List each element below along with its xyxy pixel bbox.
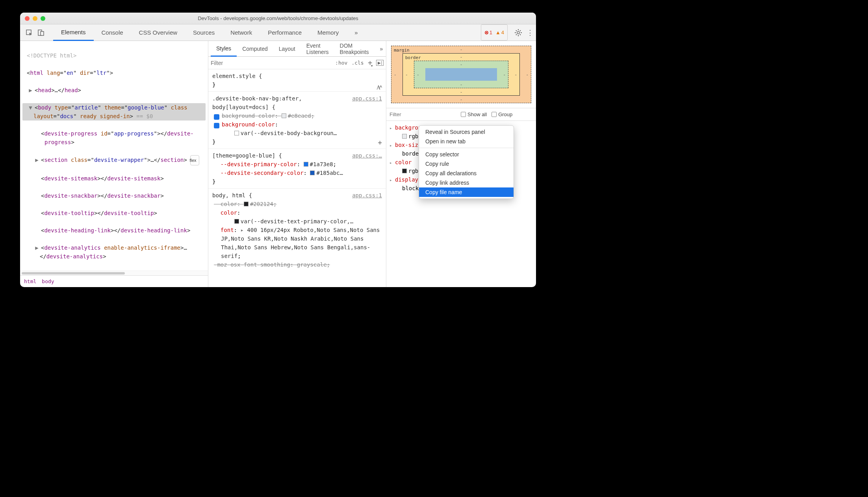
tab-network[interactable]: Network <box>223 24 260 41</box>
selected-node[interactable]: ▼<body type="article" theme="google-blue… <box>22 103 206 121</box>
subtab-layout[interactable]: Layout <box>273 41 301 56</box>
tab-elements[interactable]: Elements <box>53 24 94 41</box>
dom-tree[interactable]: <!DOCTYPE html> <html lang="en" dir="ltr… <box>20 41 208 271</box>
source-link[interactable]: app.css:1 <box>352 94 382 103</box>
group-checkbox[interactable]: Group <box>491 111 512 117</box>
context-menu: Reveal in Sources panel Open in new tab … <box>419 125 514 199</box>
error-count: 1 <box>490 30 492 35</box>
tabs-overflow[interactable]: » <box>347 24 365 41</box>
showall-checkbox[interactable]: Show all <box>461 111 487 117</box>
subtab-styles[interactable]: Styles <box>211 41 237 57</box>
box-model[interactable]: margin - - border - - - - - - <box>386 41 536 108</box>
crumb-body[interactable]: body <box>42 278 54 284</box>
expand-icon: ▶ <box>30 86 35 95</box>
warning-icon: ▲ <box>495 30 501 35</box>
subtab-dom-breakpoints[interactable]: DOM Breakpoints <box>334 41 375 56</box>
new-rule-icon[interactable]: +▾ <box>368 59 373 67</box>
ctx-copy-link-address[interactable]: Copy link address <box>419 178 514 187</box>
svg-line-10 <box>516 34 517 35</box>
source-link[interactable]: app.css:… <box>352 151 382 160</box>
hov-toggle[interactable]: :hov <box>335 60 347 66</box>
settings-icon[interactable] <box>512 24 524 41</box>
kebab-menu-icon[interactable]: ⋮ <box>524 24 536 41</box>
ctx-copy-file-name[interactable]: Copy file name <box>419 187 514 197</box>
svg-line-9 <box>520 34 521 35</box>
doctype: <!DOCTYPE html> <box>22 51 206 60</box>
styles-body[interactable]: element.style { } Aᴬ app.css:1 .devsite-… <box>208 69 386 287</box>
svg-line-11 <box>520 30 521 31</box>
font-editor-icon[interactable]: Aᴬ <box>377 83 381 92</box>
ctx-copy-selector[interactable]: Copy selector <box>419 150 514 159</box>
svg-rect-2 <box>41 32 44 35</box>
ctx-copy-declarations[interactable]: Copy all declarations <box>419 169 514 178</box>
insert-rule-icon[interactable]: + <box>378 138 382 147</box>
toggle-checkbox[interactable]: ✓ <box>214 114 219 120</box>
subtab-event-listeners[interactable]: Event Listeners <box>301 41 334 56</box>
source-link[interactable]: app.css:1 <box>352 191 382 200</box>
ctx-reveal-sources[interactable]: Reveal in Sources panel <box>419 127 514 137</box>
warning-count: 4 <box>501 30 504 35</box>
toggle-computed-icon[interactable]: ▶| <box>376 60 384 66</box>
error-warning-badges[interactable]: ⊗ 1 ▲ 4 <box>481 24 508 41</box>
flex-badge[interactable]: flex <box>190 155 199 165</box>
window-title: DevTools - developers.google.com/web/too… <box>20 15 536 21</box>
inspect-icon[interactable] <box>23 24 35 41</box>
rule-element-style[interactable]: element.style { <box>212 72 382 80</box>
svg-line-8 <box>516 30 517 31</box>
ctx-open-new-tab[interactable]: Open in new tab <box>419 137 514 146</box>
cls-toggle[interactable]: .cls <box>351 60 364 66</box>
tab-sources[interactable]: Sources <box>185 24 223 41</box>
menu-separator <box>419 148 514 148</box>
crumb-html[interactable]: html <box>24 278 36 284</box>
tab-css-overview[interactable]: CSS Overview <box>131 24 185 41</box>
styles-filter-input[interactable] <box>211 60 293 66</box>
horizontal-scrollbar[interactable] <box>20 271 208 275</box>
device-toggle-icon[interactable] <box>35 24 47 41</box>
error-icon: ⊗ <box>484 30 489 35</box>
tab-console[interactable]: Console <box>94 24 131 41</box>
ctx-copy-rule[interactable]: Copy rule <box>419 159 514 169</box>
tab-memory[interactable]: Memory <box>310 24 347 41</box>
svg-point-3 <box>517 32 519 34</box>
subtab-computed[interactable]: Computed <box>237 41 273 56</box>
breadcrumbs: html body <box>20 275 208 287</box>
titlebar: DevTools - developers.google.com/web/too… <box>20 13 536 24</box>
tab-performance[interactable]: Performance <box>260 24 310 41</box>
main-tabbar: Elements Console CSS Overview Sources Ne… <box>20 24 536 41</box>
toggle-checkbox[interactable]: ✓ <box>214 123 219 128</box>
computed-filter-input[interactable] <box>389 111 456 117</box>
